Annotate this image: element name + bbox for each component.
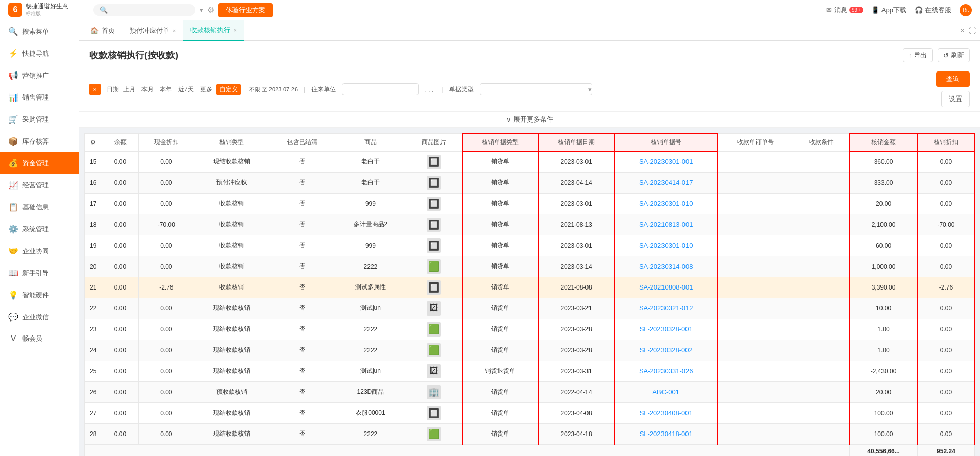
query-btn[interactable]: 查询 — [936, 71, 970, 87]
app-download-btn[interactable]: 📱 App下载 — [871, 6, 906, 15]
dropdown-icon[interactable]: ▾ — [200, 6, 203, 14]
user-avatar[interactable]: Rit — [960, 4, 972, 16]
search-input[interactable] — [111, 7, 182, 14]
from-unit-input[interactable] — [342, 83, 419, 95]
date-option-7days[interactable]: 近7天 — [176, 84, 196, 95]
tab-close-writeoff[interactable]: × — [233, 27, 236, 33]
voucher-type-dropdown-icon[interactable]: ▾ — [588, 86, 592, 93]
voucher-no-link[interactable]: ABC-001 — [652, 388, 679, 396]
logo-area: 6 畅捷通谱好生意 标准版 — [8, 3, 87, 17]
voucher-no-link[interactable]: SL-20230328-002 — [640, 346, 693, 354]
date-option-this-month[interactable]: 本月 — [139, 84, 156, 95]
gear-icon[interactable]: ⚙ — [207, 5, 214, 15]
td-product: 衣服00001 — [335, 402, 406, 423]
filter-expand-icon[interactable]: » — [89, 84, 101, 95]
tab-prepayment[interactable]: 预付冲应付单 × — [122, 20, 183, 41]
td-voucher-no: SA-20230331-026 — [615, 361, 718, 381]
th-settings[interactable]: ⚙ — [85, 133, 102, 151]
close-window-icon[interactable]: × — [960, 26, 965, 35]
phone-icon: 📱 — [871, 6, 879, 14]
voucher-type-input[interactable] — [480, 83, 592, 95]
td-voucher-type: 销货退货单 — [462, 361, 538, 381]
td-writeoff-amount: 60.00 — [849, 235, 918, 256]
td-receipt-condition — [793, 151, 849, 172]
th-cash-discount: 现金折扣 — [138, 133, 194, 151]
td-writeoff-type: 收款核销 — [194, 256, 270, 277]
voucher-no-link[interactable]: SA-20230314-008 — [639, 262, 693, 270]
voucher-no-link[interactable]: SA-20230301-010 — [639, 200, 693, 207]
date-option-last-month[interactable]: 上月 — [121, 84, 137, 95]
refresh-btn[interactable]: ↺ 刷新 — [938, 48, 970, 62]
td-voucher-no: SA-20210813-001 — [615, 214, 718, 235]
td-product-image: 🟩 — [406, 423, 462, 444]
td-voucher-type: 销货单 — [462, 193, 538, 214]
tab-close-prepayment[interactable]: × — [173, 28, 176, 34]
td-writeoff-type: 收款核销 — [194, 193, 270, 214]
sidebar-item-search[interactable]: 🔍 搜索菜单 — [0, 20, 79, 42]
setting-btn[interactable]: 设置 — [941, 91, 970, 107]
sidebar-item-system[interactable]: ⚙️ 系统管理 — [0, 218, 79, 240]
date-option-this-year[interactable]: 本年 — [158, 84, 174, 95]
voucher-no-link[interactable]: SA-20230414-017 — [639, 179, 693, 186]
search-input-wrap[interactable]: 🔍 — [93, 4, 195, 16]
sidebar-item-basic-info[interactable]: 📋 基础信息 — [0, 196, 79, 218]
td-writeoff-discount: 0.00 — [918, 381, 974, 402]
td-writeoff-amount: 100.00 — [849, 402, 918, 423]
voucher-no-link[interactable]: SL-20230408-001 — [640, 409, 693, 417]
td-voucher-type: 销货单 — [462, 151, 538, 172]
td-receipt-order-no — [718, 361, 793, 381]
voucher-no-link[interactable]: SA-20210808-001 — [639, 283, 693, 291]
th-voucher-no: 核销单据号 — [615, 133, 718, 151]
sidebar-item-sales[interactable]: 📊 销售管理 — [0, 86, 79, 108]
table-wrap[interactable]: ⚙ 余额 现金折扣 核销类型 包含已结清 商品 商品图片 核销单据类型 核销单据… — [79, 128, 980, 456]
sidebar-item-hardware[interactable]: 💡 智能硬件 — [0, 284, 79, 306]
td-cash-discount: 0.00 — [138, 256, 194, 277]
sidebar-item-marketing[interactable]: 📢 营销推广 — [0, 64, 79, 86]
voucher-no-link[interactable]: SL-20230328-001 — [640, 325, 693, 333]
export-btn[interactable]: ↑ 导出 — [903, 48, 933, 62]
online-support-btn[interactable]: 🎧 在线客服 — [915, 6, 951, 15]
td-voucher-no: SA-20210808-001 — [615, 277, 718, 298]
industry-btn[interactable]: 休验行业方案 — [218, 3, 273, 17]
td-cash-discount: 0.00 — [138, 402, 194, 423]
date-option-custom[interactable]: 自定义 — [216, 84, 241, 95]
table-row: 16 0.00 0.00 预付冲应收 否 老白干 🔲 销货单 2023-04-1… — [85, 172, 975, 193]
voucher-no-link[interactable]: SA-20230301-010 — [639, 242, 693, 249]
sidebar-item-enterprise[interactable]: 🤝 企业协同 — [0, 240, 79, 262]
table-row: 17 0.00 0.00 收款核销 否 999 🔲 销货单 2023-03-01… — [85, 193, 975, 214]
sidebar-item-vip[interactable]: V 畅会员 — [0, 328, 79, 349]
td-writeoff-discount: 0.00 — [918, 423, 974, 444]
sidebar-item-purchase[interactable]: 🛒 采购管理 — [0, 108, 79, 130]
sidebar-item-finance[interactable]: 💰 资金管理 — [0, 152, 79, 174]
table-row: 27 0.00 0.00 现结收款核销 否 衣服00001 🔲 销货单 2023… — [85, 402, 975, 423]
sidebar-item-inventory[interactable]: 📦 库存核算 — [0, 130, 79, 152]
voucher-no-link[interactable]: SL-20230418-001 — [640, 430, 693, 438]
td-voucher-date: 2023-03-01 — [538, 193, 615, 214]
td-include-settled: 否 — [270, 277, 335, 298]
td-voucher-date: 2021-08-13 — [538, 214, 615, 235]
sidebar-item-quicknav[interactable]: ⚡ 快捷导航 — [0, 42, 79, 64]
footer-total-amount: 40,556,66... — [849, 444, 918, 456]
tab-writeoff[interactable]: 收款核销执行 × — [183, 20, 244, 41]
td-voucher-no: SA-20230301-010 — [615, 193, 718, 214]
td-voucher-type: 销货单 — [462, 277, 538, 298]
td-product: 2222 — [335, 340, 406, 361]
handshake-icon: 🤝 — [8, 246, 18, 256]
td-writeoff-type: 预收款核销 — [194, 381, 270, 402]
td-voucher-date: 2023-03-01 — [538, 151, 615, 172]
date-option-more[interactable]: 更多 — [198, 84, 214, 95]
voucher-no-link[interactable]: SA-20230331-026 — [639, 367, 693, 375]
messages-btn[interactable]: ✉ 消息 99+ — [826, 6, 863, 15]
voucher-no-link[interactable]: SA-20230321-012 — [639, 304, 693, 312]
td-writeoff-amount: 2,100.00 — [849, 214, 918, 235]
voucher-no-link[interactable]: SA-20210813-001 — [639, 221, 693, 228]
sidebar-item-operations[interactable]: 📈 经营管理 — [0, 174, 79, 196]
td-voucher-date: 2022-04-14 — [538, 381, 615, 402]
tab-home[interactable]: 🏠 首页 — [83, 20, 122, 41]
voucher-no-link[interactable]: SA-20230301-001 — [639, 158, 693, 165]
sidebar-item-guide[interactable]: 📖 新手引导 — [0, 262, 79, 284]
sidebar-item-wechat[interactable]: 💬 企业微信 — [0, 306, 79, 328]
table-row: 26 0.00 0.00 预收款核销 否 123D商品 🏢 销货单 2022-0… — [85, 381, 975, 402]
maximize-icon[interactable]: ⛶ — [969, 27, 976, 35]
expand-conditions-btn[interactable]: ∨ 展开更多条件 — [506, 115, 553, 124]
